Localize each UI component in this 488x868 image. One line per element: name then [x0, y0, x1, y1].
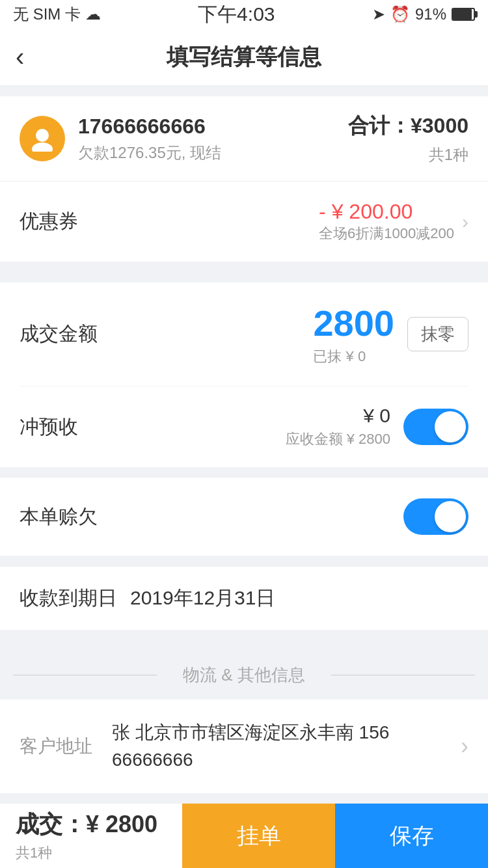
user-sub-info: 欠款1276.35元, 现结: [78, 142, 348, 163]
save-button[interactable]: 保存: [335, 804, 488, 868]
prepay-right: ¥ 0 应收金额 ¥ 2800: [286, 405, 468, 449]
logistics-line-left: [13, 675, 157, 675]
coupon-discount: - ¥ 200.00: [319, 200, 454, 224]
round-button[interactable]: 抹零: [407, 317, 468, 351]
total-label: 合计：: [348, 114, 411, 137]
prepay-sub: 应收金额 ¥ 2800: [286, 429, 390, 449]
debt-row: 本单赊欠: [0, 478, 488, 556]
page-title: 填写结算等信息: [167, 42, 321, 72]
logistics-line-right: [331, 675, 475, 675]
back-button[interactable]: ‹: [16, 42, 24, 72]
coupon-desc: 全场6折满1000减200: [319, 224, 454, 243]
amount-sub: 已抹 ¥ 0: [313, 347, 394, 366]
alarm-icon: ⏰: [390, 5, 410, 23]
battery-icon: [452, 8, 475, 21]
chevron-right-icon: ›: [462, 212, 468, 232]
avatar: [20, 116, 65, 161]
amount-right: 2800 已抹 ¥ 0 抹零: [313, 302, 468, 366]
user-info-section: 17666666666 欠款1276.35元, 现结 合计：¥3000 共1种 …: [0, 96, 488, 262]
bottom-deal-amount: ¥ 2800: [86, 811, 157, 837]
signal-text: 无 SIM 卡 ☁: [13, 4, 101, 25]
logistics-text: 物流 & 其他信息: [170, 664, 318, 686]
status-time: 下午4:03: [198, 1, 275, 28]
user-avatar-icon: [29, 126, 55, 152]
prepay-amount: ¥ 0: [286, 405, 390, 427]
user-total-count: 共1种: [348, 144, 468, 165]
bottom-count: 共1种: [16, 843, 167, 863]
divider-2: [0, 467, 488, 478]
bottom-deal: 成交：¥ 2800: [16, 809, 167, 841]
prepay-toggle[interactable]: [403, 409, 468, 445]
duedate-value: 2019年12月31日: [130, 585, 275, 612]
prepay-row: 冲预收 ¥ 0 应收金额 ¥ 2800: [20, 387, 468, 467]
divider-1: [0, 272, 488, 282]
user-info: 17666666666 欠款1276.35元, 现结: [78, 115, 348, 163]
duedate-label: 收款到期日: [20, 585, 117, 612]
coupon-row[interactable]: 优惠券 - ¥ 200.00 全场6折满1000减200 ›: [0, 181, 488, 262]
user-phone: 17666666666: [78, 115, 348, 139]
battery-text: 91%: [415, 5, 446, 23]
bottom-summary: 成交：¥ 2800 共1种: [0, 809, 182, 863]
svg-point-1: [32, 142, 53, 152]
prepay-amount-group: ¥ 0 应收金额 ¥ 2800: [286, 405, 390, 449]
user-total-amount: 合计：¥3000: [348, 112, 468, 141]
coupon-right: - ¥ 200.00 全场6折满1000减200 ›: [319, 200, 468, 243]
location-icon: ➤: [372, 5, 385, 23]
nav-bar: ‹ 填写结算等信息: [0, 29, 488, 86]
duedate-row: 收款到期日 2019年12月31日: [0, 566, 488, 630]
user-row: 17666666666 欠款1276.35元, 现结 合计：¥3000 共1种: [0, 96, 488, 181]
address-chevron-icon: ›: [461, 735, 468, 758]
total-value: ¥3000: [411, 114, 468, 137]
address-label: 客户地址: [20, 734, 92, 759]
user-total: 合计：¥3000 共1种: [348, 112, 468, 165]
status-right: ➤ ⏰ 91%: [372, 5, 475, 23]
amount-section: 成交金额 2800 已抹 ¥ 0 抹零 冲预收 ¥ 0 应收金额 ¥ 2800: [0, 282, 488, 467]
prepay-label: 冲预收: [20, 414, 78, 441]
bottom-bar: 成交：¥ 2800 共1种 挂单 保存: [0, 803, 488, 868]
debt-label: 本单赊欠: [20, 504, 98, 530]
svg-point-0: [36, 129, 49, 142]
hang-button[interactable]: 挂单: [182, 804, 335, 868]
amount-label: 成交金额: [20, 321, 98, 347]
debt-toggle[interactable]: [403, 498, 468, 535]
amount-row: 成交金额 2800 已抹 ¥ 0 抹零: [20, 282, 468, 387]
bottom-deal-label: 成交：: [16, 811, 86, 837]
address-row[interactable]: 客户地址 张 北京市市辖区海淀区永丰南 156 66666666 ›: [0, 699, 488, 793]
divider-3: [0, 640, 488, 651]
coupon-label: 优惠券: [20, 208, 78, 235]
logistics-divider: 物流 & 其他信息: [0, 651, 488, 699]
amount-value: 2800: [313, 302, 394, 344]
status-left: 无 SIM 卡 ☁: [13, 4, 101, 25]
status-bar: 无 SIM 卡 ☁ 下午4:03 ➤ ⏰ 91%: [0, 0, 488, 29]
address-value: 张 北京市市辖区海淀区永丰南 156 66666666: [112, 719, 461, 774]
